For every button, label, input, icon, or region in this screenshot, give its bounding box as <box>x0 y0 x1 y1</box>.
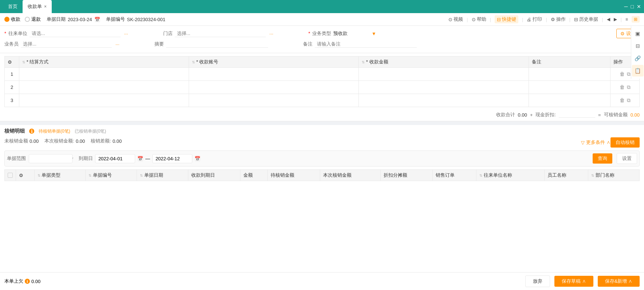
salesman-input[interactable] <box>21 40 112 48</box>
shortcut-btn[interactable]: ⊟ 快捷键 <box>495 15 518 23</box>
salesman-more-icon[interactable]: ··· <box>115 42 119 47</box>
radio-collect[interactable]: 收款 <box>4 16 20 23</box>
video-btn[interactable]: ⊙ 视频 <box>448 16 463 23</box>
bottom-info-icon[interactable]: ℹ <box>25 279 30 284</box>
delete-icon-1[interactable]: 🗑 <box>620 71 625 77</box>
store-input[interactable] <box>175 30 266 37</box>
sort-dept-icon[interactable]: ⇅ <box>591 173 594 177</box>
row-note-1[interactable] <box>529 68 610 81</box>
row-note-2[interactable] <box>529 81 610 94</box>
help-btn[interactable]: ⊙ 帮助 <box>472 16 486 23</box>
sidebar-icon-list[interactable]: ⊟ <box>632 40 644 52</box>
range-label: 单据范围 <box>7 155 26 162</box>
sidebar-icon-table[interactable]: ▣ <box>632 28 644 39</box>
detail-settings-btn[interactable]: 设置 <box>617 153 637 164</box>
bottom-info: 本单上欠 ℹ 0.00 <box>4 278 40 285</box>
tab-close-icon[interactable]: × <box>44 4 47 9</box>
date-to-input[interactable] <box>152 154 192 163</box>
delete-icon-2[interactable]: 🗑 <box>620 84 625 90</box>
row-account-no-2[interactable] <box>189 81 359 94</box>
source-unit-input[interactable] <box>30 30 121 37</box>
sidebar-icon-link[interactable]: 🔗 <box>632 52 644 64</box>
date-value[interactable]: 2023-03-24 <box>68 17 92 22</box>
due-date-label: 到期日 <box>79 155 93 162</box>
window-max-icon[interactable]: □ <box>631 4 634 9</box>
detail-settings-icon[interactable]: ⚙ <box>19 173 23 178</box>
row-pay-method-3[interactable] <box>19 94 189 107</box>
save-draft-button[interactable]: 保存草稿 ∧ <box>554 276 593 287</box>
store-more-icon[interactable]: ··· <box>270 31 274 36</box>
unverified-value: 0.00 <box>30 138 39 144</box>
copy-icon-3[interactable]: ⧉ <box>627 97 631 103</box>
tab-home-label: 首页 <box>8 3 17 10</box>
receipt-type-group: 收款 退款 <box>4 16 41 23</box>
biz-type-value: 预收款 <box>333 30 347 37</box>
cal-from-icon[interactable]: 📅 <box>137 156 143 161</box>
tab-home[interactable]: 首页 <box>3 0 23 13</box>
discount-input[interactable] <box>559 112 595 118</box>
delete-icon-3[interactable]: 🗑 <box>620 97 625 103</box>
sort-no-icon[interactable]: ⇅ <box>89 173 91 177</box>
th-settings[interactable]: ⚙ <box>5 56 19 68</box>
source-unit-more-icon[interactable]: ··· <box>124 31 128 36</box>
operation-btn[interactable]: ⚙ 操作 <box>551 16 566 23</box>
operation-label: 操作 <box>556 16 566 23</box>
id-value[interactable]: SK-20230324-001 <box>127 17 166 22</box>
sort-date-icon[interactable]: ⇅ <box>140 173 143 177</box>
range-select[interactable] <box>29 154 72 163</box>
date-from-input[interactable] <box>95 154 135 163</box>
auto-verify-btn[interactable]: 自动核销 <box>610 137 640 148</box>
print-btn[interactable]: 🖨 打印 <box>527 16 542 23</box>
id-field: 单据编号 SK-20230324-001 <box>106 16 166 23</box>
sort-icon-amount[interactable]: ⇅ <box>362 60 365 64</box>
note-input[interactable] <box>315 40 417 48</box>
calendar-icon[interactable]: 📅 <box>94 17 100 22</box>
select-all-checkbox[interactable] <box>8 173 13 178</box>
main-area: 收款 退款 单据日期 2023-03-24 📅 单据编号 SK-20230324… <box>0 13 644 290</box>
radio-collect-label: 收款 <box>11 16 20 23</box>
memo-label: 摘要 <box>154 41 164 47</box>
copy-icon-1[interactable]: ⧉ <box>627 71 631 77</box>
th-dept-name: ⇅ 部门名称 <box>588 170 640 181</box>
row-note-3[interactable] <box>529 94 610 107</box>
discard-button[interactable]: 放弃 <box>525 275 550 287</box>
list-view-icon[interactable]: ≡ <box>625 17 628 22</box>
sort-type-icon[interactable]: ⇅ <box>38 173 40 177</box>
copy-icon-2[interactable]: ⧉ <box>627 84 631 90</box>
table-settings-icon[interactable]: ⚙ <box>8 59 12 65</box>
th-detail-settings[interactable]: ⚙ <box>16 170 35 181</box>
window-min-icon[interactable]: ─ <box>624 4 628 9</box>
note-field: 备注 <box>303 40 417 48</box>
grid-view-icon[interactable]: ⊞ <box>632 16 640 23</box>
th-verify-amount: 本次核销金额 <box>320 170 380 181</box>
sort-icon-account[interactable]: ⇅ <box>192 60 195 64</box>
window-close-icon[interactable]: ✕ <box>637 4 641 9</box>
th-checkbox[interactable] <box>5 170 16 181</box>
biz-type-arrow-icon[interactable]: ▼ <box>372 31 376 36</box>
completed-tab[interactable]: 已核销单据(0笔) <box>75 128 106 134</box>
memo-field: 摘要 <box>154 40 268 48</box>
sidebar-icon-clip[interactable]: 📋 <box>632 65 644 77</box>
history-btn[interactable]: ⊟ 历史单据 <box>574 16 598 23</box>
row-account-no-3[interactable] <box>189 94 359 107</box>
row-account-no-1[interactable] <box>189 68 359 81</box>
memo-input[interactable] <box>166 40 268 48</box>
row-amount-1[interactable] <box>359 68 529 81</box>
row-pay-method-2[interactable] <box>19 81 189 94</box>
row-amount-3[interactable] <box>359 94 529 107</box>
radio-refund[interactable]: 退款 <box>25 16 41 23</box>
row-amount-2[interactable] <box>359 81 529 94</box>
detail-info-icon[interactable]: ℹ <box>29 129 34 134</box>
row-pay-method-1[interactable] <box>19 68 189 81</box>
more-conditions-btn[interactable]: ▽ 更多条件 ∧ <box>581 139 610 146</box>
cal-to-icon[interactable]: 📅 <box>195 156 200 161</box>
tab-receipt[interactable]: 收款单 × <box>23 0 52 13</box>
nav-prev-btn[interactable]: ◀ <box>607 17 610 22</box>
range-filter: 单据范围 ▼ <box>7 154 74 163</box>
sort-source-icon[interactable]: ⇅ <box>479 173 482 177</box>
pending-tab[interactable]: 待核销单据(0笔) <box>39 128 70 134</box>
query-btn[interactable]: 查询 <box>593 153 612 164</box>
nav-next-btn[interactable]: ▶ <box>614 17 617 22</box>
sort-icon-pay[interactable]: ⇅ <box>22 60 25 64</box>
save-new-button[interactable]: 保存&新增 ∧ <box>598 276 640 287</box>
